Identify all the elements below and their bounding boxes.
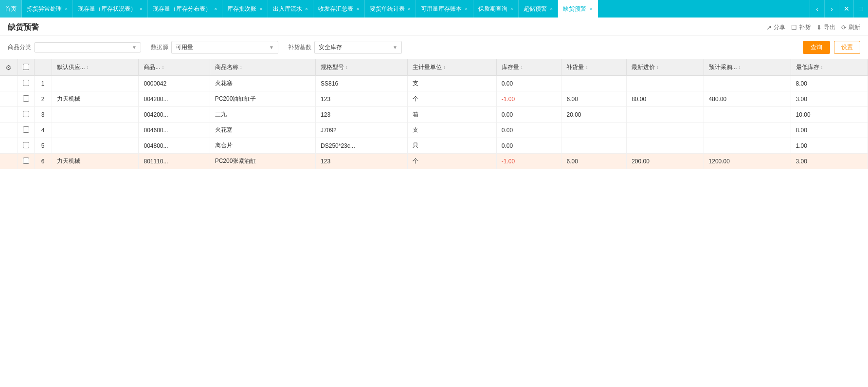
cell-latest-price: [627, 107, 704, 123]
query-button[interactable]: 查询: [803, 41, 830, 54]
col-estimated-purchase[interactable]: 预计采购... ↕: [704, 59, 791, 76]
nav-tab-overstock[interactable]: 超储预警×: [519, 0, 558, 18]
nav-tab-close-expiry-query[interactable]: ×: [510, 6, 513, 12]
export-button[interactable]: ⇓ 导出: [816, 23, 835, 32]
col-latest-price[interactable]: 最新进价 ↕: [627, 59, 704, 76]
nav-tab-abnormal[interactable]: 拣货异常处理×: [22, 0, 73, 18]
cell-estimated-purchase: 1200.00: [704, 154, 791, 169]
nav-tab-shortage[interactable]: 缺货预警×: [558, 0, 597, 18]
row-number: 2: [34, 91, 52, 107]
nav-tab-label-overstock: 超储预警: [524, 5, 547, 13]
datasource-select[interactable]: 可用量 ▼: [171, 41, 278, 54]
nav-tab-label-batch-account: 库存批次账: [227, 5, 256, 13]
table-container: ⚙ 默认供应... ↕ 商品...: [0, 59, 868, 169]
nav-tab-home[interactable]: 首页: [0, 0, 22, 18]
col-stock-qty[interactable]: 库存量 ↕: [496, 59, 561, 76]
cell-replenish-qty: 6.00: [561, 154, 627, 169]
cell-replenish-qty: 6.00: [561, 91, 627, 107]
cell-product-name: 火花塞: [210, 123, 315, 138]
settings-button[interactable]: 设置: [834, 41, 860, 54]
cell-replenish-qty: [561, 138, 627, 154]
category-filter-group: 商品分类 ▼: [8, 42, 141, 53]
export-icon: ⇓: [816, 24, 822, 31]
category-select[interactable]: ▼: [34, 42, 141, 53]
nav-next-btn[interactable]: ›: [824, 0, 839, 18]
row-number: 6: [34, 154, 52, 169]
nav-tab-available-ledger[interactable]: 可用量库存账本×: [416, 0, 473, 18]
cell-estimated-purchase: [704, 107, 791, 123]
table-body: 10000042火花塞SS816支0.008.002力天机械004200...P…: [0, 76, 868, 169]
row-checkbox[interactable]: [23, 158, 29, 164]
row-checkbox[interactable]: [23, 111, 29, 117]
nav-tab-close-shortage[interactable]: ×: [589, 6, 592, 12]
replenish-base-select[interactable]: 安全库存 ▼: [314, 41, 402, 54]
nav-tab-batch-account[interactable]: 库存批次账×: [222, 0, 268, 18]
row-number: 3: [34, 107, 52, 123]
col-row-num: [34, 59, 52, 76]
cell-latest-price: [627, 76, 704, 91]
nav-tab-receipt-summary[interactable]: 收发存汇总表×: [313, 0, 364, 18]
row-checkbox-cell: [18, 107, 34, 123]
cell-min-stock: 10.00: [791, 107, 868, 123]
cell-product-code: 004800...: [139, 138, 210, 154]
cell-estimated-purchase: [704, 138, 791, 154]
nav-tab-close-inventory-dist[interactable]: ×: [214, 6, 217, 12]
cell-spec: DS250*23c...: [316, 138, 408, 154]
nav-maximize-btn[interactable]: □: [853, 0, 868, 18]
nav-tab-close-overstock[interactable]: ×: [550, 6, 553, 12]
cell-stock-qty: 0.00: [496, 138, 561, 154]
cell-product-code: 004200...: [139, 91, 210, 107]
cell-stock-qty: 0.00: [496, 123, 561, 138]
nav-tab-close-inout-flow[interactable]: ×: [305, 6, 308, 12]
row-checkbox[interactable]: [23, 142, 29, 148]
col-unit[interactable]: 主计量单位 ↕: [407, 59, 496, 76]
nav-close-btn[interactable]: ✕: [839, 0, 853, 18]
select-all-checkbox[interactable]: [23, 64, 29, 70]
nav-tab-inout-flow[interactable]: 出入库流水×: [268, 0, 313, 18]
filter-area: 商品分类 ▼ 数据源 可用量 ▼ 补货基数 安全库存 ▼ 查询 设置: [0, 36, 868, 59]
col-default-supplier[interactable]: 默认供应... ↕: [52, 59, 139, 76]
row-checkbox-cell: [18, 154, 34, 169]
row-checkbox[interactable]: [23, 95, 29, 102]
row-checkbox[interactable]: [23, 126, 29, 133]
row-checkbox[interactable]: [23, 80, 29, 86]
col-stock-qty-label: 库存量: [502, 63, 519, 71]
col-replenish-qty[interactable]: 补货量 ↕: [561, 59, 627, 76]
cell-default-supplier: [52, 138, 139, 154]
nav-tab-inventory-dist[interactable]: 现存量（库存分布表）×: [148, 0, 222, 18]
replenish-base-label: 补货基数: [288, 43, 311, 52]
col-default-supplier-label: 默认供应...: [57, 63, 85, 71]
nav-tab-close-receipt-summary[interactable]: ×: [356, 6, 359, 12]
nav-tab-label-order-stats: 要货单统计表: [370, 5, 405, 13]
cell-product-code: 004600...: [139, 123, 210, 138]
cell-unit: 箱: [407, 107, 496, 123]
col-product-code[interactable]: 商品... ↕: [139, 59, 210, 76]
cell-product-name: 三九: [210, 107, 315, 123]
share-button[interactable]: ↗ 分享: [766, 23, 785, 32]
col-min-stock[interactable]: 最低库存 ↕: [791, 59, 868, 76]
row-gear-cell: [0, 76, 18, 91]
nav-tab-close-available-ledger[interactable]: ×: [465, 6, 468, 12]
settings-gear-icon[interactable]: ⚙: [5, 64, 12, 71]
nav-tab-inventory-status[interactable]: 现存量（库存状况表）×: [73, 0, 147, 18]
nav-prev-btn[interactable]: ‹: [810, 0, 824, 18]
nav-tab-close-order-stats[interactable]: ×: [408, 6, 411, 12]
nav-tab-order-stats[interactable]: 要货单统计表×: [365, 0, 416, 18]
nav-tab-close-inventory-status[interactable]: ×: [139, 6, 142, 12]
replenish-label: 补货: [799, 23, 811, 32]
cell-estimated-purchase: [704, 76, 791, 91]
col-product-name[interactable]: 商品名称 ↕: [210, 59, 315, 76]
replenish-button[interactable]: ☐ 补货: [791, 23, 811, 32]
nav-tab-expiry-query[interactable]: 保质期查询×: [473, 0, 519, 18]
filter-actions: 查询 设置: [803, 41, 860, 54]
cell-product-code: 004200...: [139, 107, 210, 123]
refresh-button[interactable]: ⟳ 刷新: [841, 23, 860, 32]
cell-stock-qty: -1.00: [496, 91, 561, 107]
cell-replenish-qty: 20.00: [561, 107, 627, 123]
table-row: 5004800...离合片DS250*23c...只0.001.00: [0, 138, 868, 154]
nav-tab-close-batch-account[interactable]: ×: [259, 6, 262, 12]
nav-tab-label-home: 首页: [5, 5, 17, 13]
cell-spec: J7092: [316, 123, 408, 138]
nav-tab-close-abnormal[interactable]: ×: [65, 6, 68, 12]
col-spec[interactable]: 规格型号 ↕: [316, 59, 408, 76]
